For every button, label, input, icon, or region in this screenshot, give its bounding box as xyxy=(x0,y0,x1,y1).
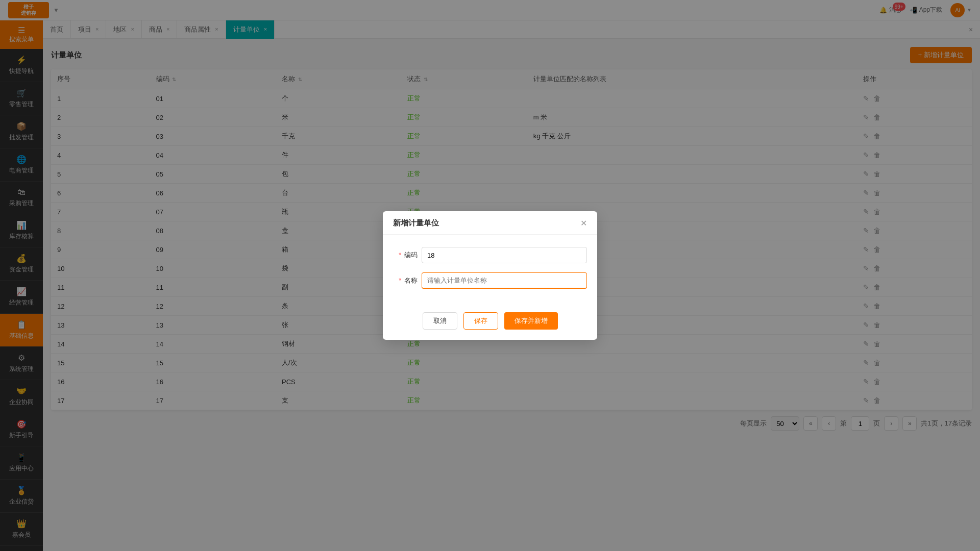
save-button[interactable]: 保存 xyxy=(463,312,498,330)
form-row-code: * 编码 xyxy=(393,247,587,263)
modal-body: * 编码 * 名称 xyxy=(383,235,597,306)
modal-close-button[interactable]: ✕ xyxy=(580,219,587,228)
code-input[interactable] xyxy=(422,247,587,263)
add-measure-unit-modal: 新增计量单位 ✕ * 编码 * 名称 取消 保存 保存并新增 xyxy=(383,211,597,340)
modal-title: 新增计量单位 xyxy=(393,218,439,228)
modal-footer: 取消 保存 保存并新增 xyxy=(383,306,597,340)
name-required-mark: * xyxy=(399,277,401,284)
code-label: * 编码 xyxy=(393,251,418,260)
code-required-mark: * xyxy=(399,251,401,259)
save-and-new-button[interactable]: 保存并新增 xyxy=(504,312,558,330)
modal-overlay[interactable]: 新增计量单位 ✕ * 编码 * 名称 取消 保存 保存并新增 xyxy=(0,0,980,551)
cancel-button[interactable]: 取消 xyxy=(423,312,457,330)
modal-header: 新增计量单位 ✕ xyxy=(383,211,597,235)
name-input[interactable] xyxy=(422,272,587,289)
name-label: * 名称 xyxy=(393,276,418,285)
form-row-name: * 名称 xyxy=(393,272,587,289)
